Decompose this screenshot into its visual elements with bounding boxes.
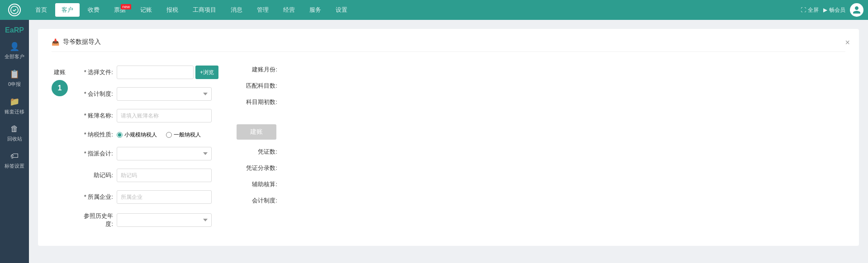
sidebar: EaRP 👤 全部客户 📋 0申报 📁 账套迁移 🗑 回收站 🏷 标签设置	[0, 20, 29, 263]
nav-right-section: ⛶ 全屏 ▶ 畅会员	[801, 3, 863, 17]
owner-company-input[interactable]	[117, 190, 212, 204]
radio-general-label: 一般纳税人	[174, 131, 201, 139]
declare-icon: 📋	[9, 69, 19, 79]
auxiliary-calc-label: 辅助核算:	[237, 180, 277, 188]
account-month-label: 建账月份:	[237, 66, 277, 74]
main-layout: EaRP 👤 全部客户 📋 0申报 📁 账套迁移 🗑 回收站 🏷 标签设置 📥	[0, 20, 868, 263]
period-initial-label: 科目期初数:	[237, 98, 277, 106]
reference-year-label: 参照历史年度:	[77, 212, 113, 228]
form-area: 建账 1 * 选择文件: +浏览	[52, 66, 845, 236]
memo-code-label: 助记码:	[77, 171, 113, 179]
sidebar-label-tags: 标签设置	[5, 163, 24, 169]
clients-icon: 👤	[9, 42, 19, 52]
nav-services[interactable]: 服务	[303, 3, 327, 17]
trash-icon: 🗑	[10, 124, 19, 134]
member-label: 畅会员	[829, 6, 845, 14]
build-account-button[interactable]: 建账	[237, 124, 276, 140]
fullscreen-icon: ⛶	[801, 7, 806, 13]
radio-small-label: 小规模纳税人	[124, 131, 157, 139]
match-accounts-label: 匹配科目数:	[237, 82, 277, 90]
main-content: 📥 导爷数据导入 × 建账 1 * 选择文件:	[29, 20, 868, 263]
radio-small-input[interactable]	[117, 132, 123, 138]
sidebar-item-tags[interactable]: 🏷 标签设置	[2, 148, 27, 173]
sidebar-item-declare[interactable]: 📋 0申报	[2, 66, 27, 91]
voucher-count-label: 凭证数:	[237, 148, 277, 156]
period-initial-row: 科目期初数:	[237, 98, 845, 106]
nav-invoices[interactable]: 票据 new	[108, 3, 132, 17]
accountant-select[interactable]	[117, 147, 212, 160]
voucher-entries-row: 凭证分录数:	[237, 164, 845, 172]
file-input-area: +浏览	[117, 66, 218, 79]
owner-company-label: * 所属企业:	[77, 193, 113, 201]
nav-business[interactable]: 工商项目	[186, 3, 223, 17]
page-card: 📥 导爷数据导入 × 建账 1 * 选择文件:	[38, 29, 859, 246]
auxiliary-calc-row: 辅助核算:	[237, 180, 845, 188]
nav-items: 首页 客户 收费 票据 new 记账 报税 工商项目 消息 管理 经营 服务 设…	[29, 3, 801, 17]
memo-code-row: 助记码:	[77, 169, 218, 182]
sidebar-item-migrate[interactable]: 📁 账套迁移	[2, 93, 27, 119]
page-title: 导爷数据导入	[63, 38, 101, 46]
nav-messages[interactable]: 消息	[224, 3, 249, 17]
user-avatar[interactable]	[850, 3, 863, 17]
radio-general-input[interactable]	[166, 132, 172, 138]
nav-operation[interactable]: 经营	[277, 3, 301, 17]
top-navigation: 首页 客户 收费 票据 new 记账 报税 工商项目 消息 管理 经营 服务 设…	[0, 0, 868, 20]
member-button[interactable]: ▶ 畅会员	[823, 6, 845, 14]
voucher-entries-label: 凭证分录数:	[237, 164, 277, 172]
nav-tax[interactable]: 报税	[160, 3, 185, 17]
nav-management[interactable]: 管理	[251, 3, 275, 17]
nav-clients[interactable]: 客户	[55, 3, 80, 17]
right-accounting-system-row: 会计制度:	[237, 197, 845, 205]
file-input[interactable]	[117, 66, 194, 79]
sidebar-label-migrate: 账套迁移	[5, 108, 24, 115]
sidebar-item-trash[interactable]: 🗑 回收站	[2, 121, 27, 146]
close-button[interactable]: ×	[845, 38, 850, 47]
ledger-name-input[interactable]	[117, 109, 212, 122]
match-accounts-row: 匹配科目数:	[237, 82, 845, 90]
memo-code-input[interactable]	[117, 169, 212, 182]
radio-small-taxpayer[interactable]: 小规模纳税人	[117, 131, 157, 139]
accounting-system-row: * 会计制度:	[77, 87, 218, 101]
nav-bookkeeping[interactable]: 记账	[134, 3, 158, 17]
tax-type-label: * 纳税性质:	[77, 131, 113, 139]
new-badge: new	[121, 4, 131, 9]
sidebar-item-all-clients[interactable]: 👤 全部客户	[2, 38, 27, 64]
sidebar-label-clients: 全部客户	[5, 53, 24, 60]
nav-fees[interactable]: 收费	[81, 3, 106, 17]
tag-icon: 🏷	[10, 151, 19, 161]
reference-year-select[interactable]	[117, 213, 212, 227]
owner-company-row: * 所属企业:	[77, 190, 218, 204]
accounting-system-label: * 会计制度:	[77, 90, 113, 98]
accountant-row: * 指派会计:	[77, 147, 218, 160]
accounting-system-select[interactable]	[117, 87, 212, 101]
step-badge: 1	[52, 80, 68, 96]
tax-type-row: * 纳税性质: 小规模纳税人 一般纳税人	[77, 131, 218, 139]
right-section: 建账月份: 匹配科目数: 科目期初数: 建账 凭证	[237, 66, 845, 236]
play-icon: ▶	[823, 7, 827, 13]
reference-year-row: 参照历史年度:	[77, 212, 218, 228]
file-select-row: * 选择文件: +浏览	[77, 66, 218, 79]
browse-button[interactable]: +浏览	[195, 66, 218, 79]
sidebar-label-trash: 回收站	[7, 136, 22, 142]
nav-settings[interactable]: 设置	[329, 3, 354, 17]
sidebar-logo: EaRP	[3, 24, 26, 36]
right-accounting-system-label: 会计制度:	[237, 197, 277, 205]
step-label: 建账	[54, 68, 66, 76]
header-icon: 📥	[52, 38, 59, 46]
left-section: 建账 1 * 选择文件: +浏览	[52, 66, 218, 236]
voucher-count-row: 凭证数:	[237, 148, 845, 156]
nav-home[interactable]: 首页	[29, 3, 53, 17]
fullscreen-button[interactable]: ⛶ 全屏	[801, 6, 819, 14]
tax-type-radio-group: 小规模纳税人 一般纳税人	[117, 131, 201, 139]
ledger-name-label: * 账簿名称:	[77, 112, 113, 120]
ledger-name-row: * 账簿名称:	[77, 109, 218, 122]
migrate-icon: 📁	[9, 97, 19, 107]
fullscreen-label: 全屏	[808, 6, 819, 14]
account-month-row: 建账月份:	[237, 66, 845, 74]
radio-general-taxpayer[interactable]: 一般纳税人	[166, 131, 201, 139]
form-section: * 选择文件: +浏览 * 会计制度:	[77, 66, 218, 236]
sidebar-label-declare: 0申报	[8, 81, 21, 88]
app-logo[interactable]	[5, 0, 24, 20]
page-header: 📥 导爷数据导入	[52, 38, 845, 52]
file-select-label: * 选择文件:	[77, 68, 113, 76]
